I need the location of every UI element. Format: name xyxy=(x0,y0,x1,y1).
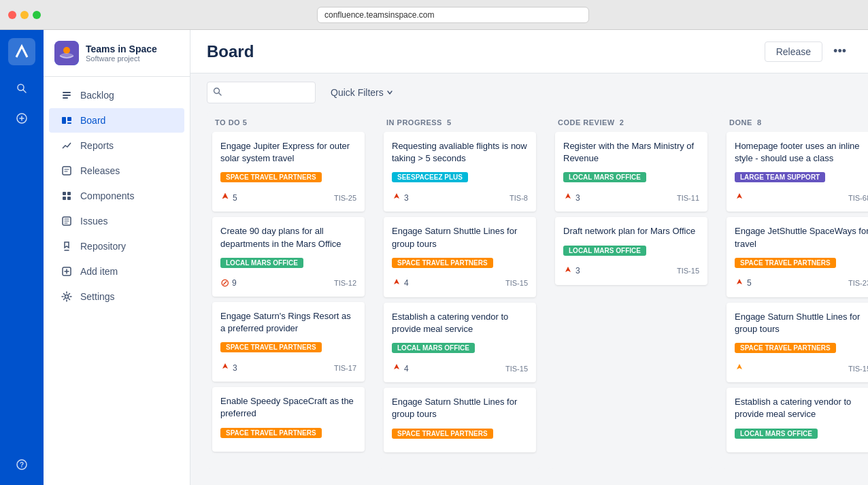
close-dot[interactable] xyxy=(8,11,16,19)
project-info: Teams in Space Software project xyxy=(86,44,179,63)
card-tis17[interactable]: Engage Saturn's Rings Resort as a prefer… xyxy=(212,302,365,382)
column-todo-count: 5 xyxy=(243,118,248,127)
release-button[interactable]: Release xyxy=(765,41,822,62)
maximize-dot[interactable] xyxy=(33,11,41,19)
card-tis15d-tag: Space Travel Partners xyxy=(735,343,836,353)
nav-item-repository[interactable]: Repository xyxy=(49,234,184,258)
card-tis15c-footer: 3 TIS-15 xyxy=(563,265,699,277)
address-bar[interactable]: confluence.teamsinspace.com xyxy=(317,7,589,23)
reports-label: Reports xyxy=(80,140,114,151)
more-options-button[interactable]: ••• xyxy=(828,41,852,61)
search-box[interactable] xyxy=(207,82,316,103)
search-input[interactable] xyxy=(226,88,310,98)
nav-item-settings[interactable]: Settings xyxy=(49,284,184,309)
card-tis11-priority: 3 xyxy=(563,192,580,203)
card-tis17-footer: 3 TIS-17 xyxy=(220,362,356,373)
nav-item-reports[interactable]: Reports xyxy=(49,133,184,158)
column-todo-cards: Engage Jupiter Express for outer solar s… xyxy=(207,132,370,469)
column-codereview-title: CODE REVIEW xyxy=(558,118,615,127)
card-tis23-footer: 5 TIS-23 xyxy=(735,278,868,289)
card-tis12-priority-value: 9 xyxy=(232,278,237,288)
card-tis8[interactable]: Requesting avaliable flights is now taki… xyxy=(384,132,536,212)
card-tis15b-tag: Local Mars Office xyxy=(392,343,475,353)
card-tis15d[interactable]: Engage Saturn Shuttle Lines for group to… xyxy=(727,303,868,382)
project-avatar xyxy=(54,41,79,65)
card-done4[interactable]: Establish a catering vendor to provide m… xyxy=(727,388,868,452)
card-tis11-tag: Local Mars Office xyxy=(563,172,646,182)
nav-item-components[interactable]: Components xyxy=(49,184,184,208)
nav-items-list: Backlog Board Reports xyxy=(44,77,190,315)
card-tis12[interactable]: Create 90 day plans for all departments … xyxy=(212,217,365,296)
card-ip4-tag: Space Travel Partners xyxy=(392,429,493,439)
project-header: Teams in Space Software project xyxy=(44,30,190,77)
card-tis68-id: TIS-68 xyxy=(848,194,868,202)
main-header: Board Release ••• xyxy=(190,30,868,73)
svg-rect-11 xyxy=(67,117,71,121)
card-tis68-tag: Large Team Support xyxy=(735,172,825,182)
column-inprogress: IN PROGRESS 5 Requesting avaliable fligh… xyxy=(378,112,541,469)
nav-item-issues[interactable]: Issues xyxy=(49,209,184,233)
quick-filters-button[interactable]: Quick Filters xyxy=(324,82,400,103)
card-ip4[interactable]: Engage Saturn Shuttle Lines for group to… xyxy=(384,388,536,452)
column-done: DONE 8 Homepage footer uses an inline st… xyxy=(721,112,868,469)
sidebar-bottom: ? xyxy=(10,452,34,477)
nav-item-board[interactable]: Board xyxy=(49,108,184,133)
card-tis11-id: TIS-11 xyxy=(677,194,699,202)
url-text: confluence.teamsinspace.com xyxy=(324,10,434,20)
nav-panel: Teams in Space Software project Backlog xyxy=(44,30,190,485)
card-tis25-footer: 5 TIS-25 xyxy=(220,192,356,203)
column-inprogress-title: IN PROGRESS xyxy=(386,118,442,127)
priority-icon xyxy=(563,192,573,203)
card-tis15a-priority-value: 4 xyxy=(404,278,409,288)
card-tis15b[interactable]: Establish a catering vendor to provide m… xyxy=(384,303,536,382)
card-tis68[interactable]: Homepage footer uses an inline style - s… xyxy=(727,132,868,212)
sidebar-help-icon[interactable]: ? xyxy=(10,452,34,477)
priority-icon xyxy=(220,362,230,373)
card-tis15c[interactable]: Draft network plan for Mars Office Local… xyxy=(555,217,707,284)
card-tis25-tag: SPACE TRAVEL PARTNERS xyxy=(220,172,322,182)
card-tis12-footer: ⊘ 9 TIS-12 xyxy=(220,278,356,288)
nav-item-add-item[interactable]: Add item xyxy=(49,259,184,284)
column-codereview-cards: Register with the Mars Ministry of Reven… xyxy=(550,132,713,469)
card-done4-tag: Local Mars Office xyxy=(735,429,818,439)
card-tis15a-id: TIS-15 xyxy=(505,279,528,287)
board-area: TO DO 5 Engage Jupiter Express for outer… xyxy=(190,112,868,485)
priority-icon xyxy=(392,192,401,203)
app-logo[interactable] xyxy=(8,38,35,65)
card-tis23[interactable]: Engage JetShuttle SpaceWays for travel S… xyxy=(727,217,868,297)
card-tis15c-tag: Local Mars Office xyxy=(563,246,646,256)
backlog-icon xyxy=(60,88,73,102)
card-tis15b-priority-value: 4 xyxy=(404,364,409,373)
browser-chrome: confluence.teamsinspace.com xyxy=(0,0,868,30)
card-todo4[interactable]: Enable Speedy SpaceCraft as the preferre… xyxy=(212,387,365,451)
sidebar-add-icon[interactable] xyxy=(10,106,34,131)
column-todo: TO DO 5 Engage Jupiter Express for outer… xyxy=(207,112,370,469)
card-tis25[interactable]: Engage Jupiter Express for outer solar s… xyxy=(212,132,365,212)
priority-icon xyxy=(392,363,401,374)
nav-item-releases[interactable]: Releases xyxy=(49,158,184,183)
card-tis68-title: Homepage footer uses an inline style - s… xyxy=(735,140,868,165)
releases-icon xyxy=(60,164,73,178)
card-tis15a-priority: 4 xyxy=(392,278,409,289)
minimize-dot[interactable] xyxy=(20,11,29,19)
card-ip4-title: Engage Saturn Shuttle Lines for group to… xyxy=(392,396,528,420)
components-icon xyxy=(60,189,73,203)
card-tis68-priority xyxy=(735,192,744,203)
priority-icon xyxy=(220,192,230,203)
card-tis15c-title: Draft network plan for Mars Office xyxy=(563,225,699,237)
card-tis8-priority: 3 xyxy=(392,192,409,203)
card-tis15b-title: Establish a catering vendor to provide m… xyxy=(392,311,528,335)
svg-rect-13 xyxy=(63,167,71,175)
card-tis15a[interactable]: Engage Saturn Shuttle Lines for group to… xyxy=(384,217,536,297)
card-tis11[interactable]: Register with the Mars Ministry of Reven… xyxy=(555,132,707,212)
nav-item-backlog[interactable]: Backlog xyxy=(49,83,184,107)
card-tis15d-title: Engage Saturn Shuttle Lines for group to… xyxy=(735,311,868,335)
sidebar-search-icon[interactable] xyxy=(10,76,34,101)
card-tis25-priority-value: 5 xyxy=(233,193,237,203)
card-tis17-priority: 3 xyxy=(220,362,237,373)
card-tis8-tag: SeeSpaceEZ Plus xyxy=(392,172,468,182)
svg-rect-16 xyxy=(63,197,66,200)
medium-priority-icon xyxy=(735,363,744,374)
svg-rect-8 xyxy=(63,95,71,96)
card-tis23-title: Engage JetShuttle SpaceWays for travel xyxy=(735,225,868,250)
